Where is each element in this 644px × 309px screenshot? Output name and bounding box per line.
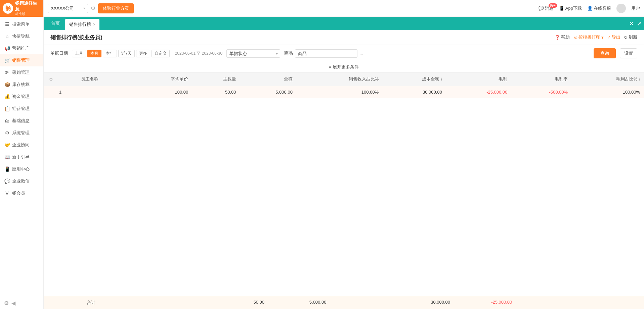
help-icon: ❓	[555, 35, 560, 40]
top-header: XXXXX公司 ▾ ⚙ 体验行业方案 💬 消息 99+ 📱 App下载 👤 在线…	[44, 0, 644, 17]
print-button[interactable]: 🖨 按模板打印 ▾	[573, 34, 604, 40]
sidebar-icon-system: ⚙	[4, 130, 10, 136]
sidebar-label-marketing: 营销推广	[12, 45, 30, 51]
sidebar-label-purchase: 采购管理	[12, 69, 30, 75]
tab-close-window-icon[interactable]: ✕	[629, 20, 634, 27]
tab-sales-ranking[interactable]: 销售排行榜 ×	[65, 19, 99, 30]
col-name: 员工名称	[77, 72, 135, 86]
trial-button[interactable]: 体验行业方案	[98, 3, 134, 13]
sidebar-item-base[interactable]: 🗂基础信息	[0, 115, 43, 127]
sidebar-item-sales[interactable]: 🛒销售管理	[0, 54, 43, 66]
help-button[interactable]: ❓ 帮助	[555, 34, 570, 40]
date-btn-5[interactable]: 自定义	[152, 50, 170, 57]
sidebar-item-marketing[interactable]: 📢营销推广	[0, 42, 43, 54]
goods-input[interactable]	[295, 49, 357, 58]
refresh-button[interactable]: ↻ 刷新	[624, 34, 637, 40]
expand-conditions-button[interactable]: ▾ 展开更多条件	[329, 64, 359, 70]
gross-pct-cell: 100.00%	[572, 86, 644, 98]
collapse-icon[interactable]: ◀	[11, 300, 15, 306]
sidebar-item-enterprise[interactable]: 🤝企业协同	[0, 139, 43, 151]
rank-cell: 1	[44, 86, 77, 98]
header-gear-icon[interactable]: ⚙	[91, 5, 95, 11]
app-download-button[interactable]: 📱 App下载	[559, 5, 582, 11]
col-qty: 主数量	[192, 72, 240, 86]
date-btn-1[interactable]: 本月	[87, 50, 101, 57]
cost-cell: 30,000.00	[383, 86, 446, 98]
sidebar-bottom: ⚙ ◀	[0, 297, 43, 309]
header-right: 💬 消息 99+ 📱 App下载 👤 在线客服 用户	[539, 4, 640, 13]
col-settings[interactable]: ⚙	[44, 72, 77, 86]
sidebar-item-weixin[interactable]: 💬企业微信	[0, 175, 43, 187]
export-label: 导出	[612, 34, 620, 40]
gross-pct-info-icon[interactable]: ℹ	[639, 77, 640, 81]
table-settings-icon[interactable]: ⚙	[48, 76, 54, 83]
online-service-button[interactable]: 👤 在线客服	[587, 5, 611, 11]
date-btn-0[interactable]: 上月	[72, 50, 86, 57]
col-gross-pct: 毛利占比% ℹ	[572, 72, 644, 86]
company-selector[interactable]: XXXXX公司 ▾	[48, 4, 88, 13]
sidebar-item-inventory[interactable]: 📦库存核算	[0, 79, 43, 91]
avatar[interactable]	[616, 4, 626, 13]
col-sales-pct: 销售收入占比%	[297, 72, 383, 86]
sidebar-label-base: 基础信息	[12, 118, 30, 124]
table-area: ⚙ 员工名称 平均单价 主数量 全额 销售收入占比% 成本全额 ℹ 毛利 毛利率	[44, 72, 644, 296]
sidebar-label-system: 系统管理	[12, 130, 30, 136]
sidebar-item-member[interactable]: V畅会员	[0, 187, 43, 199]
settings-bottom-icon[interactable]: ⚙	[4, 300, 9, 306]
footer-gross-pct	[578, 300, 640, 306]
expand-label: 展开更多条件	[333, 64, 359, 70]
footer-qty: 50.00	[207, 300, 268, 306]
export-icon: ↗	[607, 35, 611, 40]
sidebar-icon-search-order: ☰	[4, 21, 10, 27]
col-gross: 毛利	[446, 72, 511, 86]
expand-chevron-icon: ▾	[329, 65, 331, 70]
sidebar-item-guide[interactable]: 📖新手引导	[0, 151, 43, 163]
tab-close-icon[interactable]: ×	[93, 22, 95, 27]
logo-icon: 畅	[3, 3, 13, 14]
setting-button[interactable]: 设置	[620, 48, 637, 58]
date-btn-4[interactable]: 更多	[136, 50, 150, 57]
goods-filter-group: 商品 ...	[284, 49, 363, 58]
date-btn-3[interactable]: 近7天	[118, 50, 135, 57]
status-select[interactable]: 单据状态	[226, 49, 280, 58]
sidebar-label-enterprise: 企业协同	[12, 142, 30, 148]
app-icon: 📱	[559, 6, 564, 11]
sidebar: 畅 畅康通好生意 标准版 ☰搜索菜单⌂快捷导航📢营销推广🛒销售管理🛍采购管理📦库…	[0, 0, 44, 309]
sidebar-item-finance[interactable]: 💰资金管理	[0, 91, 43, 103]
sidebar-label-operations: 经营管理	[12, 106, 30, 112]
tab-home[interactable]: 首页	[46, 18, 65, 29]
ranking-table: ⚙ 员工名称 平均单价 主数量 全额 销售收入占比% 成本全额 ℹ 毛利 毛利率	[44, 72, 644, 98]
sidebar-item-app-center[interactable]: 📱应用中心	[0, 163, 43, 175]
message-badge: 99+	[549, 3, 557, 8]
sidebar-icon-guide: 📖	[4, 154, 10, 160]
export-button[interactable]: ↗ 导出	[607, 34, 620, 40]
date-btn-2[interactable]: 本年	[103, 50, 117, 57]
tab-maximize-icon[interactable]: ⤢	[637, 20, 641, 27]
footer-gross-rate	[516, 300, 578, 306]
sidebar-icon-member: V	[4, 191, 10, 196]
name-cell	[77, 86, 135, 98]
expand-row: ▾ 展开更多条件	[44, 62, 644, 72]
sidebar-item-search-order[interactable]: ☰搜索菜单	[0, 18, 43, 30]
col-amount: 全额	[240, 72, 297, 86]
sidebar-item-quick-nav[interactable]: ⌂快捷导航	[0, 30, 43, 42]
cost-info-icon[interactable]: ℹ	[441, 77, 442, 81]
sidebar-item-system[interactable]: ⚙系统管理	[0, 127, 43, 139]
query-button[interactable]: 查询	[594, 48, 616, 58]
sidebar-label-inventory: 库存核算	[12, 82, 30, 88]
more-filters-btn[interactable]: ...	[359, 51, 363, 56]
sidebar-icon-purchase: 🛍	[4, 70, 10, 75]
status-select-wrapper: 单据状态	[226, 49, 280, 58]
app-label: App下载	[565, 5, 582, 11]
sidebar-item-purchase[interactable]: 🛍采购管理	[0, 66, 43, 79]
page-actions: ❓ 帮助 🖨 按模板打印 ▾ ↗ 导出 ↻ 刷新	[555, 34, 637, 44]
message-button[interactable]: 💬 消息 99+	[539, 5, 554, 11]
footer-sales-pct	[330, 300, 392, 306]
sidebar-item-operations[interactable]: 📋经营管理	[0, 103, 43, 115]
print-chevron-icon: ▾	[601, 35, 604, 40]
content-area: 销售排行榜(按业务员) ❓ 帮助 🖨 按模板打印 ▾ ↗ 导出 ↻ 刷新	[44, 30, 644, 309]
sidebar-icon-enterprise: 🤝	[4, 142, 10, 148]
print-icon: 🖨	[573, 35, 577, 40]
sidebar-icon-inventory: 📦	[4, 82, 10, 87]
sidebar-label-finance: 资金管理	[12, 94, 30, 100]
